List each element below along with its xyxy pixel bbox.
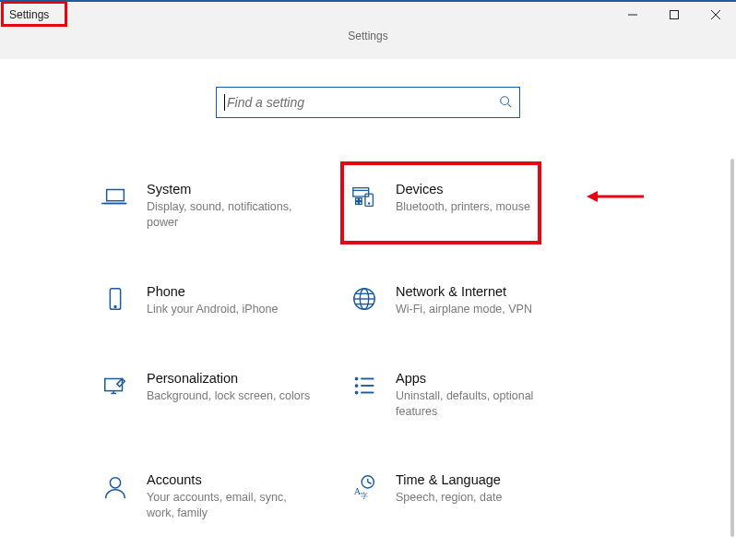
tile-description: Speech, region, date bbox=[396, 490, 502, 506]
devices-icon bbox=[350, 182, 379, 211]
breadcrumb: Settings bbox=[0, 28, 736, 59]
svg-line-5 bbox=[508, 103, 512, 107]
search-icon bbox=[499, 95, 512, 111]
tile-description: Wi-Fi, airplane mode, VPN bbox=[396, 302, 532, 317]
tile-title: System bbox=[147, 182, 313, 197]
tile-title: Network & Internet bbox=[396, 284, 532, 299]
accounts-icon bbox=[101, 472, 130, 502]
maximize-button[interactable] bbox=[653, 1, 694, 29]
personalize-icon bbox=[101, 371, 130, 400]
titlebar: Settings bbox=[0, 0, 736, 28]
tile-text: PersonalizationBackground, lock screen, … bbox=[147, 371, 310, 404]
tile-title: Phone bbox=[147, 284, 278, 299]
tile-title: Devices bbox=[396, 182, 530, 197]
settings-tile-accounts[interactable]: AccountsYour accounts, email, sync, work… bbox=[101, 469, 350, 525]
svg-rect-6 bbox=[107, 190, 125, 201]
settings-tile-personalization[interactable]: PersonalizationBackground, lock screen, … bbox=[101, 367, 350, 423]
laptop-icon bbox=[101, 182, 130, 211]
tile-description: Your accounts, email, sync, work, family bbox=[147, 490, 313, 521]
svg-point-17 bbox=[114, 305, 116, 307]
svg-line-35 bbox=[368, 483, 372, 484]
tile-title: Accounts bbox=[147, 472, 313, 487]
text-cursor bbox=[224, 94, 225, 111]
svg-point-28 bbox=[356, 385, 358, 387]
svg-rect-13 bbox=[359, 198, 362, 201]
settings-tile-network-internet[interactable]: Network & InternetWi-Fi, airplane mode, … bbox=[350, 280, 599, 321]
svg-rect-12 bbox=[356, 198, 359, 201]
settings-tile-devices[interactable]: DevicesBluetooth, printers, mouse bbox=[350, 178, 599, 234]
svg-point-32 bbox=[110, 478, 120, 488]
phone-icon bbox=[101, 284, 130, 314]
globe-icon bbox=[350, 284, 379, 314]
search-box[interactable] bbox=[216, 87, 520, 118]
svg-rect-14 bbox=[356, 202, 359, 205]
tile-description: Link your Android, iPhone bbox=[147, 302, 278, 317]
settings-tile-time-language[interactable]: A字Time & LanguageSpeech, region, date bbox=[350, 469, 599, 525]
window-controls bbox=[611, 1, 736, 29]
tile-description: Display, sound, notifications, power bbox=[147, 199, 313, 231]
tile-title: Time & Language bbox=[396, 472, 502, 487]
tile-title: Apps bbox=[396, 371, 562, 386]
svg-rect-8 bbox=[353, 188, 369, 197]
scrollbar[interactable] bbox=[730, 159, 734, 537]
time-lang-icon: A字 bbox=[350, 472, 379, 502]
settings-tile-apps[interactable]: AppsUninstall, defaults, optional featur… bbox=[350, 367, 599, 423]
apps-icon bbox=[350, 371, 379, 400]
breadcrumb-text: Settings bbox=[348, 30, 387, 42]
tile-title: Personalization bbox=[147, 371, 310, 386]
tile-text: PhoneLink your Android, iPhone bbox=[147, 284, 278, 317]
tile-text: AppsUninstall, defaults, optional featur… bbox=[396, 371, 562, 420]
svg-point-11 bbox=[369, 203, 370, 204]
svg-point-26 bbox=[356, 377, 358, 379]
minimize-button[interactable] bbox=[611, 1, 653, 29]
search-wrap bbox=[0, 87, 736, 118]
svg-rect-15 bbox=[359, 202, 362, 205]
svg-point-4 bbox=[501, 96, 509, 104]
settings-grid: SystemDisplay, sound, notifications, pow… bbox=[101, 178, 635, 525]
svg-text:字: 字 bbox=[361, 492, 368, 501]
svg-rect-1 bbox=[670, 11, 678, 19]
tile-description: Uninstall, defaults, optional features bbox=[396, 388, 562, 420]
tile-text: SystemDisplay, sound, notifications, pow… bbox=[147, 182, 313, 231]
tile-text: AccountsYour accounts, email, sync, work… bbox=[147, 472, 313, 521]
tile-description: Background, lock screen, colors bbox=[147, 388, 310, 404]
tile-text: Time & LanguageSpeech, region, date bbox=[396, 472, 502, 506]
tile-text: DevicesBluetooth, printers, mouse bbox=[396, 182, 530, 215]
content-area: SystemDisplay, sound, notifications, pow… bbox=[0, 59, 736, 560]
search-input[interactable] bbox=[227, 95, 499, 110]
window-title: Settings bbox=[0, 8, 49, 21]
settings-tile-system[interactable]: SystemDisplay, sound, notifications, pow… bbox=[101, 178, 350, 234]
tile-text: Network & InternetWi-Fi, airplane mode, … bbox=[396, 284, 532, 317]
close-button[interactable] bbox=[694, 1, 736, 29]
tile-description: Bluetooth, printers, mouse bbox=[396, 199, 530, 215]
settings-tile-phone[interactable]: PhoneLink your Android, iPhone bbox=[101, 280, 350, 321]
svg-point-30 bbox=[356, 391, 358, 393]
